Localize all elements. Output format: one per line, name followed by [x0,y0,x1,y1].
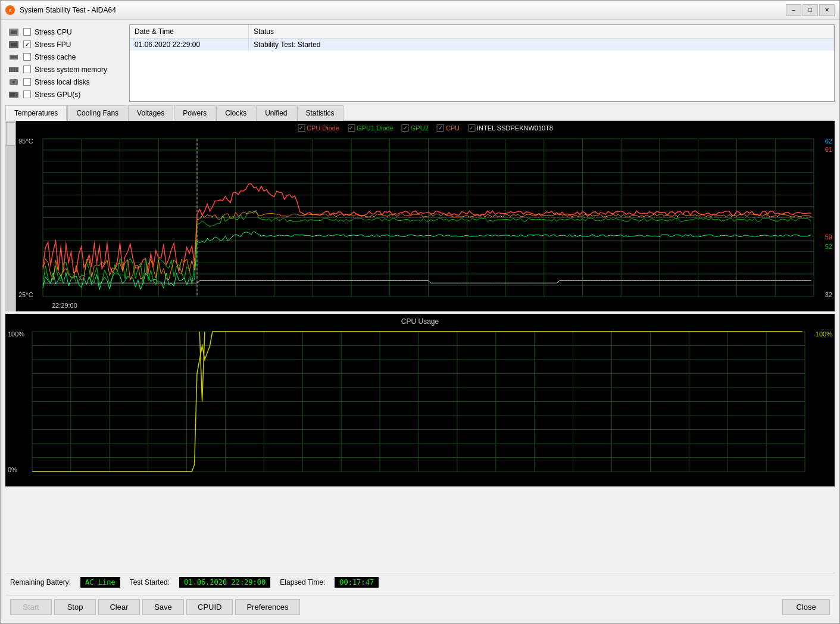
checkbox-cpu[interactable] [23,28,31,36]
legend-gpu1-diode[interactable]: ✓ GPU1 Diode [348,124,394,132]
window-controls: – □ ✕ [786,4,835,16]
log-header: Date & Time Status [130,25,834,39]
tab-bar: Temperatures Cooling Fans Voltages Power… [5,105,835,121]
svg-point-13 [13,81,15,83]
checkbox-cache[interactable] [23,53,31,61]
cpuid-button[interactable]: CPUID [186,599,233,615]
maximize-button[interactable]: □ [802,4,818,16]
tab-clocks[interactable]: Clocks [216,105,255,121]
log-header-datetime: Date & Time [130,25,249,38]
log-row: 01.06.2020 22:29:00 Stability Test: Star… [130,39,834,51]
minimize-button[interactable]: – [786,4,801,16]
cpu-y-min: 0% [8,466,24,473]
temperature-chart: ✓ CPU Diode ✓ GPU1 Diode ✓ GPU2 [5,121,835,311]
app-icon: A [5,5,15,15]
title-bar-left: A System Stability Test - AIDA64 [5,5,116,15]
stop-button[interactable]: Stop [54,599,96,615]
tab-temperatures[interactable]: Temperatures [5,105,67,121]
tab-unified[interactable]: Unified [256,105,296,121]
preferences-button[interactable]: Preferences [235,599,299,615]
label-fpu: Stress FPU [35,40,71,49]
checkbox-gpu[interactable] [23,91,31,98]
memory-icon [8,65,20,74]
legend-cpu-diode[interactable]: ✓ CPU Diode [298,124,339,132]
y-right-52: 52 [825,243,832,250]
legend-gpu2[interactable]: ✓ GPU2 [402,124,429,132]
legend-intel-ssd[interactable]: ✓ INTEL SSDPEKNW010T8 [468,124,553,132]
y-right-59: 59 [825,233,832,241]
cpu-usage-chart: CPU Usage 100% 0% 100% [5,314,835,486]
log-panel: Date & Time Status 01.06.2020 22:29:00 S… [129,24,835,102]
charts-area: ✓ CPU Diode ✓ GPU1 Diode ✓ GPU2 [5,121,835,569]
main-window: A System Stability Test - AIDA64 – □ ✕ S… [0,0,840,624]
log-datetime: 01.06.2020 22:29:00 [130,39,249,51]
tab-powers[interactable]: Powers [174,105,216,121]
battery-label: Remaining Battery: [10,578,71,586]
cpu-chart-title: CPU Usage [401,317,439,326]
start-button[interactable]: Start [10,599,52,615]
elapsed-label: Elapsed Time: [280,578,325,586]
tabs-section: Temperatures Cooling Fans Voltages Power… [5,105,835,569]
close-button[interactable]: Close [782,599,830,615]
label-disk: Stress local disks [35,78,90,86]
cpu-canvas [5,314,835,486]
status-bar: Remaining Battery: AC Line Test Started:… [5,573,835,591]
legend-cpu[interactable]: ✓ CPU [437,124,460,132]
disk-icon [8,77,20,87]
tab-cooling-fans[interactable]: Cooling Fans [67,105,127,121]
stress-item-gpu: Stress GPU(s) [8,89,122,99]
stress-item-fpu: Stress FPU [8,39,122,49]
main-content: Stress CPU Stress FPU Stress cache Stres… [1,20,839,623]
tab-statistics[interactable]: Statistics [297,105,344,121]
label-cpu: Stress CPU [35,28,72,36]
stress-item-memory: Stress system memory [8,64,122,74]
svg-rect-5 [11,43,17,46]
cpu-y-right-max: 100% [816,330,832,338]
clear-button[interactable]: Clear [98,599,140,615]
chart-scrollbar[interactable] [5,121,16,311]
test-started-label: Test Started: [130,578,170,586]
gpu-icon [8,90,20,99]
stress-item-disk: Stress local disks [8,77,122,87]
checkbox-memory[interactable] [23,65,31,73]
title-bar: A System Stability Test - AIDA64 – □ ✕ [1,1,839,20]
battery-value: AC Line [80,577,120,588]
cache-icon [8,52,20,62]
label-cache: Stress cache [35,53,76,61]
x-time-label: 22:29:00 [52,302,77,309]
button-bar: Start Stop Clear Save CPUID Preferences … [5,595,835,619]
svg-point-16 [15,93,18,96]
scroll-thumb[interactable] [6,122,15,146]
close-window-button[interactable]: ✕ [819,4,835,16]
log-status: Stability Test: Started [249,39,834,51]
test-started-value: 01.06.2020 22:29:00 [179,577,270,588]
y-label-max: 95°C [18,138,33,145]
y-right-32: 32 [825,291,832,298]
svg-rect-7 [11,56,17,58]
svg-rect-8 [9,67,18,72]
stress-panel: Stress CPU Stress FPU Stress cache Stres… [5,24,124,102]
svg-rect-3 [11,30,17,34]
svg-rect-15 [10,93,15,96]
label-gpu: Stress GPU(s) [35,91,80,99]
elapsed-value: 00:17:47 [335,577,379,588]
tab-voltages[interactable]: Voltages [128,105,173,121]
stress-item-cache: Stress cache [8,52,122,62]
window-title: System Stability Test - AIDA64 [20,6,116,14]
y-label-min: 25°C [18,291,33,298]
checkbox-fpu[interactable] [23,40,31,48]
log-header-status: Status [249,25,834,38]
save-button[interactable]: Save [142,599,184,615]
cpu-y-max: 100% [8,330,24,338]
stress-item-cpu: Stress CPU [8,27,122,37]
top-section: Stress CPU Stress FPU Stress cache Stres… [5,24,835,102]
temperature-canvas [16,121,835,311]
fpu-icon [8,40,20,49]
svg-text:A: A [8,8,11,13]
checkbox-disk[interactable] [23,78,31,86]
label-memory: Stress system memory [35,65,107,74]
cpu-icon [8,27,20,37]
